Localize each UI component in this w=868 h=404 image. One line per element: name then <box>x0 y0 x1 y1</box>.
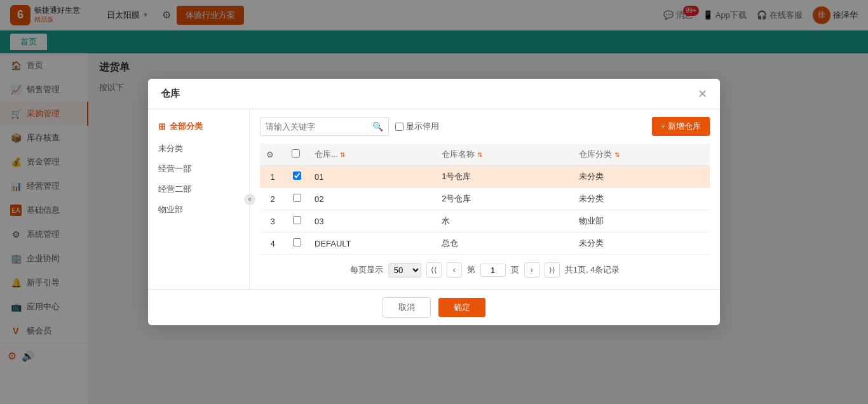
sort-category-icon: ⇅ <box>614 151 620 158</box>
category-grid-icon: ⊞ <box>158 121 166 131</box>
row-check-4[interactable] <box>285 232 308 255</box>
table-row[interactable]: 4 DEFAULT 总仓 未分类 <box>260 232 710 255</box>
dialog-footer: 取消 确定 <box>148 289 720 325</box>
category-item-dept2[interactable]: 经营二部 <box>148 179 249 199</box>
table-container: ⚙ 仓库... ⇅ 仓库名称 ⇅ <box>260 144 710 255</box>
row-name-2: 2号仓库 <box>435 188 573 210</box>
table-head: ⚙ 仓库... ⇅ 仓库名称 ⇅ <box>260 144 710 166</box>
row-check-1[interactable] <box>285 166 308 188</box>
row-gear-3: 3 <box>260 210 285 232</box>
show-disabled-label: 显示停用 <box>406 121 439 132</box>
row-category-1: 未分类 <box>573 166 710 188</box>
th-name-label: 仓库名称 <box>442 149 475 159</box>
dialog-main: 🔍 显示停用 + 新增仓库 ⚙ <box>250 109 720 289</box>
row-code-2: 02 <box>308 188 435 210</box>
search-row: 🔍 显示停用 + 新增仓库 <box>260 117 710 136</box>
show-disabled-check[interactable] <box>395 123 403 131</box>
page-last-button[interactable]: ⟩⟩ <box>545 262 560 278</box>
th-name: 仓库名称 ⇅ <box>435 144 573 166</box>
dialog-overlay: 仓库 ✕ ⊞ 全部分类 « 未分类 经营一部 经营二部 物业部 <box>0 0 868 404</box>
show-disabled-checkbox[interactable]: 显示停用 <box>395 121 439 132</box>
row-checkbox-1[interactable] <box>293 172 301 180</box>
row-category-2: 未分类 <box>573 188 710 210</box>
sort-code-icon: ⇅ <box>340 151 345 158</box>
row-checkbox-3[interactable] <box>293 216 301 224</box>
row-code-1: 01 <box>308 166 435 188</box>
table-row[interactable]: 3 03 水 物业部 <box>260 210 710 232</box>
dialog-header: 仓库 ✕ <box>148 79 720 109</box>
row-gear-4: 4 <box>260 232 285 255</box>
page-total: 共1页, 4条记录 <box>565 264 620 276</box>
select-all-checkbox[interactable] <box>292 149 300 158</box>
dialog-title: 仓库 <box>161 88 180 100</box>
row-checkbox-4[interactable] <box>293 238 301 246</box>
page-first-button[interactable]: ⟨⟨ <box>426 262 442 278</box>
table-row[interactable]: 2 02 2号仓库 未分类 <box>260 188 710 210</box>
per-page-select[interactable]: 50 100 <box>388 263 421 278</box>
pagination: 每页显示 50 100 ⟨⟨ ‹ 第 页 › ⟩⟩ 共1页, 4条记录 <box>260 255 710 281</box>
th-gear: ⚙ <box>260 144 285 166</box>
cancel-button[interactable]: 取消 <box>383 297 431 318</box>
search-input[interactable] <box>266 122 372 131</box>
th-code-label: 仓库... <box>315 149 338 159</box>
sort-name-icon: ⇅ <box>477 151 482 158</box>
category-collapse-button[interactable]: « <box>244 194 255 205</box>
row-gear-1: 1 <box>260 166 285 188</box>
row-check-2[interactable] <box>285 188 308 210</box>
row-category-4: 未分类 <box>573 232 710 255</box>
page-next-button[interactable]: › <box>524 262 539 278</box>
page-number-input[interactable] <box>480 264 506 277</box>
category-header-label: 全部分类 <box>170 121 203 132</box>
add-warehouse-button[interactable]: + 新增仓库 <box>652 117 710 136</box>
dialog-close-button[interactable]: ✕ <box>698 88 707 100</box>
category-header[interactable]: ⊞ 全部分类 <box>148 117 249 138</box>
search-box[interactable]: 🔍 <box>260 117 389 136</box>
row-gear-2: 2 <box>260 188 285 210</box>
row-name-3: 水 <box>435 210 573 232</box>
page-label: 第 <box>467 264 475 276</box>
category-item-dept1[interactable]: 经营一部 <box>148 159 249 179</box>
category-sidebar: ⊞ 全部分类 « 未分类 经营一部 经营二部 物业部 <box>148 109 250 289</box>
per-page-label: 每页显示 <box>350 264 383 276</box>
confirm-button[interactable]: 确定 <box>438 298 485 317</box>
row-name-1: 1号仓库 <box>435 166 573 188</box>
th-check <box>285 144 308 166</box>
table-header-row: ⚙ 仓库... ⇅ 仓库名称 ⇅ <box>260 144 710 166</box>
th-category: 仓库分类 ⇅ <box>573 144 710 166</box>
row-name-4: 总仓 <box>435 232 573 255</box>
search-icon: 🔍 <box>372 121 383 131</box>
table-body: 1 01 1号仓库 未分类 2 02 2号仓库 <box>260 166 710 255</box>
category-item-unclassified[interactable]: 未分类 <box>148 138 249 159</box>
row-code-4: DEFAULT <box>308 232 435 255</box>
row-category-3: 物业部 <box>573 210 710 232</box>
row-code-3: 03 <box>308 210 435 232</box>
table-row[interactable]: 1 01 1号仓库 未分类 <box>260 166 710 188</box>
row-checkbox-2[interactable] <box>293 194 301 202</box>
category-item-property[interactable]: 物业部 <box>148 199 249 220</box>
warehouse-dialog: 仓库 ✕ ⊞ 全部分类 « 未分类 经营一部 经营二部 物业部 <box>148 79 720 325</box>
warehouse-table: ⚙ 仓库... ⇅ 仓库名称 ⇅ <box>260 144 710 255</box>
dialog-body: ⊞ 全部分类 « 未分类 经营一部 经营二部 物业部 🔍 <box>148 109 720 289</box>
row-check-3[interactable] <box>285 210 308 232</box>
page-unit: 页 <box>511 264 519 276</box>
page-prev-button[interactable]: ‹ <box>447 262 462 278</box>
th-code: 仓库... ⇅ <box>308 144 435 166</box>
th-category-label: 仓库分类 <box>579 149 612 159</box>
